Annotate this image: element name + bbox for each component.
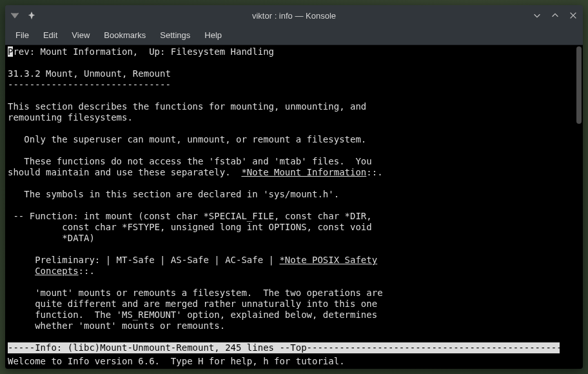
welcome-line: Welcome to Info version 6.6. Type H for … bbox=[8, 356, 345, 366]
close-button[interactable] bbox=[567, 10, 579, 21]
info-link-posix-safety[interactable]: *Note POSIX Safety bbox=[279, 255, 377, 265]
konsole-window: viktor : info — Konsole File Edit View B… bbox=[5, 5, 583, 369]
pin-icon[interactable] bbox=[26, 10, 37, 21]
function-signature: *DATA) bbox=[8, 233, 95, 243]
function-signature: -- Function: int mount (const char *SPEC… bbox=[8, 211, 372, 221]
text-line: These functions do not access the 'fstab… bbox=[8, 156, 372, 166]
menu-help[interactable]: Help bbox=[198, 28, 228, 43]
text-line bbox=[8, 266, 35, 276]
text-line: 'mount' mounts or remounts a filesystem.… bbox=[8, 288, 383, 298]
scrollbar[interactable] bbox=[576, 46, 582, 124]
text-line: function. The 'MS_REMOUNT' option, expla… bbox=[8, 310, 377, 320]
window-title: viktor : info — Konsole bbox=[5, 11, 583, 21]
text-line: remounting filesystems. bbox=[8, 112, 133, 123]
text-line: whether 'mount' mounts or remounts. bbox=[8, 320, 225, 331]
text-line: The symbols in this section are declared… bbox=[8, 189, 339, 199]
menu-bookmarks[interactable]: Bookmarks bbox=[97, 28, 152, 43]
text-line: should maintain and use these separately… bbox=[8, 167, 241, 177]
nav-line: rev: Mount Information, Up: Filesystem H… bbox=[13, 46, 274, 57]
text-line: Only the superuser can mount, unmount, o… bbox=[8, 134, 366, 144]
section-underline: ------------------------------ bbox=[8, 79, 171, 90]
menu-file[interactable]: File bbox=[9, 28, 35, 43]
info-status-line: -----Info: (libc)Mount-Unmount-Remount, … bbox=[8, 342, 560, 353]
menu-settings[interactable]: Settings bbox=[153, 28, 197, 43]
app-menu-icon[interactable] bbox=[9, 10, 21, 21]
function-signature: const char *FSTYPE, unsigned long int OP… bbox=[8, 222, 372, 232]
menu-edit[interactable]: Edit bbox=[37, 28, 64, 43]
titlebar[interactable]: viktor : info — Konsole bbox=[5, 5, 583, 26]
terminal-output[interactable]: Prev: Mount Information, Up: Filesystem … bbox=[5, 45, 583, 369]
info-link-posix-safety-concepts[interactable]: Concepts bbox=[35, 266, 78, 276]
menu-view[interactable]: View bbox=[65, 28, 96, 43]
minimize-button[interactable] bbox=[531, 10, 543, 21]
menubar: File Edit View Bookmarks Settings Help bbox=[5, 26, 583, 45]
text-line: Preliminary: | MT-Safe | AS-Safe | AC-Sa… bbox=[8, 255, 279, 265]
text-line: ::. bbox=[79, 266, 95, 276]
text-line: This section describes the functions for… bbox=[8, 101, 366, 112]
text-line: quite different and are merged rather un… bbox=[8, 299, 377, 309]
text-line: ::. bbox=[366, 167, 382, 177]
info-link-mount-information[interactable]: *Note Mount Information bbox=[241, 167, 366, 177]
section-heading: 31.3.2 Mount, Unmount, Remount bbox=[8, 68, 171, 79]
maximize-button[interactable] bbox=[549, 10, 561, 21]
